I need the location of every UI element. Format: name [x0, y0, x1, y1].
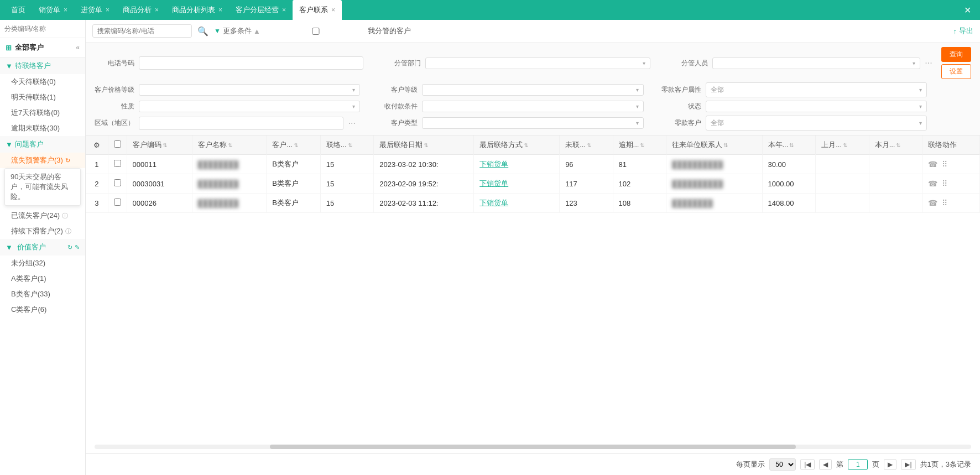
- customer-type-select[interactable]: ▾: [422, 117, 643, 129]
- sort-icon-last-method[interactable]: ⇅: [524, 142, 528, 148]
- manager-field: 分管人员 ▾ ···: [668, 58, 937, 69]
- contact-icon-3[interactable]: ☎: [928, 199, 937, 207]
- sidebar-item-already-churned[interactable]: 已流失客户(24) ⓘ: [0, 208, 85, 223]
- tab-close-customer-tier[interactable]: ×: [282, 6, 286, 14]
- sidebar-all-customers[interactable]: ⊞ 全部客户 «: [0, 38, 85, 58]
- search-input[interactable]: [92, 24, 192, 38]
- select-all-checkbox[interactable]: [114, 140, 121, 148]
- page-num-input[interactable]: [848, 459, 868, 470]
- tab-close-product-analysis[interactable]: ×: [155, 6, 159, 14]
- my-customers-checkbox[interactable]: [266, 28, 366, 35]
- row-last-method-1[interactable]: 下销货单: [474, 155, 560, 174]
- manager-more[interactable]: ···: [920, 58, 937, 68]
- row-checkbox-1[interactable]: [114, 160, 121, 167]
- sort-icon-last-date[interactable]: ⇅: [424, 142, 428, 148]
- tab-close-customer-contact[interactable]: ×: [331, 6, 335, 14]
- total-label: 共1页，3条记录: [920, 460, 971, 469]
- phone-input[interactable]: [139, 56, 363, 70]
- more-action-icon-1[interactable]: ⠿: [942, 160, 947, 169]
- export-icon: ↑: [953, 27, 957, 35]
- sidebar-item-ungrouped[interactable]: 未分组(32): [0, 255, 85, 271]
- sidebar-group-problem[interactable]: ▼ 问题客户: [0, 136, 85, 153]
- first-page-btn[interactable]: |◀: [800, 459, 815, 470]
- tab-purchase-order[interactable]: 进货单 ×: [74, 0, 116, 20]
- my-customers-checkbox-container[interactable]: 我分管的客户: [266, 26, 411, 36]
- area-more[interactable]: ···: [343, 118, 360, 128]
- scrollbar-thumb[interactable]: [270, 445, 796, 449]
- more-conditions-toggle[interactable]: ▼ 更多条件 ▲: [214, 26, 260, 36]
- more-action-icon-2[interactable]: ⠿: [942, 179, 947, 188]
- table-row: 2 00030031 ████████ B类客户 15 2023-02-09 1…: [86, 174, 980, 194]
- tab-close-product-list[interactable]: ×: [218, 6, 222, 14]
- edit-value-icon[interactable]: ✎: [75, 244, 80, 251]
- page-suffix: 页: [872, 460, 879, 469]
- sort-icon-code[interactable]: ⇅: [163, 142, 167, 148]
- row-last-method-2[interactable]: 下销货单: [474, 174, 560, 194]
- status-select[interactable]: ▾: [706, 101, 927, 112]
- sort-icon-liaison[interactable]: ⇅: [723, 142, 728, 148]
- setting-button[interactable]: 设置: [941, 64, 971, 79]
- sidebar-item-class-a[interactable]: A类客户(1): [0, 271, 85, 286]
- tab-sales-order[interactable]: 销货单 ×: [32, 0, 74, 20]
- row-overdue-1: 81: [613, 155, 666, 174]
- sort-icon-this-month[interactable]: ⇅: [896, 142, 900, 148]
- customer-level-select[interactable]: ▾: [422, 84, 643, 96]
- refresh-value-icon[interactable]: ↻: [67, 244, 72, 251]
- sidebar-item-overdue-contact[interactable]: 逾期未联络(30): [0, 121, 85, 136]
- sort-icon-this-year[interactable]: ⇅: [789, 142, 794, 148]
- sidebar-item-declining[interactable]: 持续下滑客户(2) ⓘ: [0, 223, 85, 239]
- tab-close-purchase-order[interactable]: ×: [106, 6, 110, 14]
- sidebar-item-tomorrow-contact[interactable]: 明天待联络(1): [0, 90, 85, 105]
- zero-sales-attr-select[interactable]: 全部 ▾: [706, 82, 927, 97]
- sort-icon-unlisted[interactable]: ⇅: [587, 142, 591, 148]
- area-input[interactable]: [139, 117, 343, 130]
- contact-icon-2[interactable]: ☎: [928, 179, 937, 188]
- data-table-container: ⚙ 客户编码⇅ 客户名称⇅ 客户...⇅ 联络...⇅ 最后联络日期⇅ 最后联络…: [86, 135, 980, 445]
- row-check-1[interactable]: [108, 155, 127, 174]
- sidebar-group-pending[interactable]: ▼ 待联络客户: [0, 58, 85, 74]
- tab-home[interactable]: 首页: [4, 0, 32, 20]
- row-last-method-3[interactable]: 下销货单: [474, 194, 560, 213]
- tab-product-list[interactable]: 商品分析列表 ×: [165, 0, 229, 20]
- row-code-3: 000026: [127, 194, 192, 213]
- row-checkbox-2[interactable]: [114, 179, 121, 186]
- query-button[interactable]: 查询: [941, 47, 971, 62]
- sidebar-item-class-b[interactable]: B类客户(33): [0, 286, 85, 302]
- col-settings[interactable]: ⚙: [86, 135, 108, 155]
- sort-icon-contact[interactable]: ⇅: [348, 142, 352, 148]
- last-page-btn[interactable]: ▶|: [901, 459, 915, 470]
- sidebar-item-7day-contact[interactable]: 近7天待联络(0): [0, 105, 85, 121]
- sort-icon-name[interactable]: ⇅: [228, 142, 232, 148]
- tab-close-sales-order[interactable]: ×: [64, 6, 67, 14]
- next-page-btn[interactable]: ▶: [884, 459, 896, 470]
- export-button[interactable]: ↑ 导出: [953, 26, 974, 36]
- manager-select[interactable]: ▾: [712, 58, 920, 69]
- col-select-all[interactable]: [108, 135, 127, 155]
- department-select[interactable]: ▾: [425, 58, 650, 69]
- row-checkbox-3[interactable]: [114, 199, 121, 206]
- sidebar-item-class-c[interactable]: C类客户(6): [0, 302, 85, 317]
- more-action-icon-3[interactable]: ⠿: [942, 199, 947, 207]
- search-button[interactable]: 🔍: [197, 26, 208, 36]
- sort-icon-type[interactable]: ⇅: [294, 142, 298, 148]
- tab-customer-tier[interactable]: 客户分层经营 ×: [229, 0, 293, 20]
- prev-page-btn[interactable]: ◀: [819, 459, 832, 470]
- tab-customer-contact[interactable]: 客户联系 ×: [293, 0, 342, 20]
- zero-sales-select[interactable]: 全部 ▾: [706, 116, 927, 131]
- contact-icon-1[interactable]: ☎: [928, 160, 937, 169]
- sidebar-item-today-contact[interactable]: 今天待联络(0): [0, 74, 85, 90]
- sort-icon-overdue[interactable]: ⇅: [640, 142, 644, 148]
- sidebar-search-input[interactable]: [4, 25, 86, 33]
- price-level-select[interactable]: ▾: [139, 84, 360, 96]
- page-size-select[interactable]: 50: [769, 458, 796, 471]
- sidebar-group-value[interactable]: ▼ 价值客户 ↻ ✎: [0, 239, 85, 255]
- gender-select[interactable]: ▾: [139, 101, 360, 112]
- row-check-2[interactable]: [108, 174, 127, 194]
- sidebar-item-churn-warning[interactable]: 流失预警客户(3) ↻: [0, 153, 85, 168]
- tab-product-analysis[interactable]: 商品分析 ×: [116, 0, 165, 20]
- sort-icon-last-month[interactable]: ⇅: [843, 142, 847, 148]
- window-close-btn[interactable]: ✕: [960, 5, 976, 15]
- payment-select[interactable]: ▾: [422, 101, 643, 112]
- row-check-3[interactable]: [108, 194, 127, 213]
- horizontal-scrollbar[interactable]: [95, 445, 971, 449]
